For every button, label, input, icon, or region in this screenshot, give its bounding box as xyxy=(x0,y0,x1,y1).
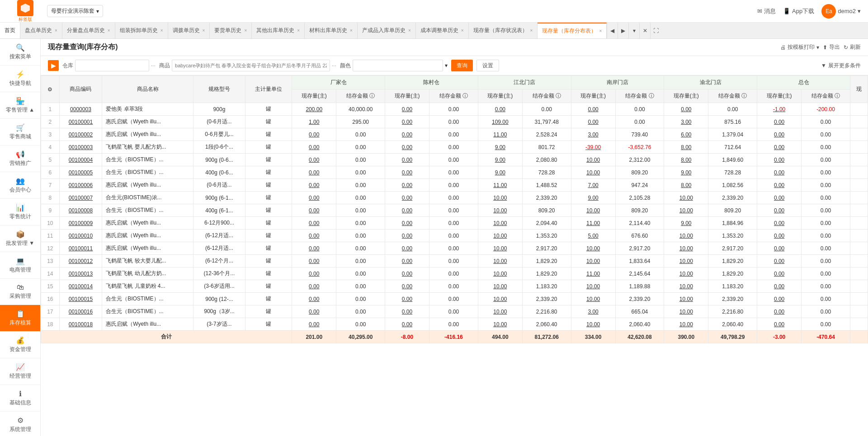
cell-jiangbei-amt: 2,528.24 xyxy=(522,128,571,141)
tab-close-material-out[interactable]: × xyxy=(350,28,353,33)
tab-home[interactable]: 首页 xyxy=(0,23,20,39)
warehouse-input[interactable] xyxy=(75,60,149,71)
tab-fullscreen-btn[interactable]: ⛶ xyxy=(650,23,661,39)
cell-factory-qty: 0.00 xyxy=(292,128,336,141)
sidebar-item-ecommerce[interactable]: 💻 电商管理 xyxy=(0,252,40,279)
warehouse-dots[interactable]: ··· xyxy=(151,62,156,69)
cell-unit: 罐 xyxy=(245,154,292,166)
cell-jiangbei-amt: 1,353.20 xyxy=(522,230,571,242)
refresh-btn[interactable]: ↻ 刷新 xyxy=(844,43,861,51)
th-factory: 厂家仓 xyxy=(292,76,385,89)
cell-total-amt: 0.00 xyxy=(802,255,850,267)
cell-code: 00100007 xyxy=(59,192,102,204)
goods-input[interactable] xyxy=(172,60,330,71)
cell-yubei-amt: 1,082.56 xyxy=(708,179,757,192)
query-btn[interactable]: 查询 xyxy=(451,60,473,71)
cell-chen-amt: 0.00 xyxy=(429,103,478,116)
sidebar-item-search[interactable]: 🔍 搜索英单 xyxy=(0,39,40,66)
tab-close-stock-status[interactable]: × xyxy=(530,28,533,33)
tab-assembly[interactable]: 组装拆卸单历史 × xyxy=(115,23,168,39)
summary-row: 合计 201.00 40,295.00 -8.00 -416.16 494.00… xyxy=(41,331,868,343)
cell-yubei-qty: 10.00 xyxy=(664,318,708,331)
cell-yubei-qty: 10.00 xyxy=(664,305,708,318)
finance-icon: 💰 xyxy=(2,336,38,345)
color-input[interactable] xyxy=(353,60,443,71)
sidebar-item-marketing[interactable]: 📢 营销推广 xyxy=(0,145,40,172)
tab-inventory2[interactable]: 分量盘点单历史 × xyxy=(62,23,115,39)
cell-jiangbei-qty: 11.00 xyxy=(478,179,522,192)
sidebar-item-wholesale[interactable]: 📦 批发管理 ▼ xyxy=(0,225,40,252)
sidebar-item-member[interactable]: 👥 会员中心 xyxy=(0,172,40,199)
tab-purchase[interactable]: 要货单历史 × xyxy=(210,23,252,39)
filter-expand-btn[interactable]: ▶ xyxy=(48,60,59,71)
tab-close-product-in[interactable]: × xyxy=(408,28,411,33)
cell-factory-qty: 0.00 xyxy=(292,305,336,318)
tab-stock-status[interactable]: 现存量（库存状况表） × xyxy=(469,23,538,39)
app-download-btn[interactable]: 📱 App下载 xyxy=(783,7,814,15)
sidebar-item-quick-nav[interactable]: ⚡ 快捷导航 xyxy=(0,66,40,92)
tab-next-btn[interactable]: ▶ xyxy=(618,23,628,39)
cell-code: 00100003 xyxy=(59,141,102,154)
sidebar-item-purchase[interactable]: 🛍 采购管理 xyxy=(0,279,40,305)
th-yubei: 渝北门店 xyxy=(664,76,757,89)
sidebar-item-finance[interactable]: 💰 资金管理 xyxy=(0,332,40,358)
cell-yubei-amt: 2,339.20 xyxy=(708,192,757,204)
tab-more-btn[interactable]: ▾ xyxy=(628,23,639,39)
cell-chen-qty: 0.00 xyxy=(385,280,429,293)
sidebar-item-retail-shop[interactable]: 🛒 零售商城 xyxy=(0,119,40,145)
cell-idx: 2 xyxy=(41,116,60,128)
cell-yubei-amt: 0.00 xyxy=(708,103,757,116)
cell-chen-qty: 0.00 xyxy=(385,154,429,166)
user-area[interactable]: Ea demo2 ▾ xyxy=(821,4,861,19)
tab-cost-adjust[interactable]: 成本调整单历史 × xyxy=(416,23,469,39)
table-container[interactable]: ⚙ 商品编码 商品名称 规格型号 主计量单位 厂家仓 陈村仓 江北门店 南岸门店… xyxy=(41,75,868,436)
company-selector[interactable]: 母婴行业演示陈套 ▾ xyxy=(47,5,103,17)
tab-product-in[interactable]: 产成品入库单历史 × xyxy=(358,23,416,39)
cell-nanan-qty: 10.00 xyxy=(571,154,615,166)
sidebar-item-retail-stats[interactable]: 📊 零售统计 xyxy=(0,199,40,225)
tab-close-inventory[interactable]: × xyxy=(55,28,57,33)
tab-inventory[interactable]: 盘点单历史 × xyxy=(20,23,62,39)
cell-yubei-amt: 2,339.20 xyxy=(708,293,757,305)
th-settings[interactable]: ⚙ xyxy=(41,76,60,103)
sidebar-item-retail-mgmt[interactable]: 🏪 零售管理 ▲ xyxy=(0,92,40,119)
summary-factory-amt: 40,295.00 xyxy=(336,331,385,343)
setting-btn[interactable]: 设置 xyxy=(476,60,499,71)
goods-dots[interactable]: ··· xyxy=(332,62,336,69)
cell-idx: 14 xyxy=(41,267,60,280)
tab-close-stock-dist[interactable]: × xyxy=(599,28,602,33)
cell-total-qty: -1.00 xyxy=(757,103,802,116)
tab-close-inventory2[interactable]: × xyxy=(108,28,110,33)
cell-chen-qty: 0.00 xyxy=(385,267,429,280)
table-row: 1 0000003 爱他美 卓萃3段 900g 罐 200.00 40,000.… xyxy=(41,103,868,116)
cell-code: 00100009 xyxy=(59,217,102,230)
cell-factory-qty: 0.00 xyxy=(292,141,336,154)
tab-prev-btn[interactable]: ◀ xyxy=(607,23,618,39)
tab-close-transfer[interactable]: × xyxy=(203,28,205,33)
tab-transfer[interactable]: 调拨单历史 × xyxy=(168,23,210,39)
export-btn[interactable]: ⬆ 导出 xyxy=(823,43,840,51)
tab-stock-dist[interactable]: 现存量（库存分布表） × xyxy=(538,23,607,39)
expand-more-btn[interactable]: ▼ 展开更多条件 xyxy=(821,62,861,70)
cell-current xyxy=(850,141,868,154)
color-dropdown-icon[interactable]: ▾ xyxy=(445,62,448,69)
print-btn[interactable]: 🖨 按模板打印 ▾ xyxy=(780,43,819,51)
tab-other-out[interactable]: 其他出库单历史 × xyxy=(252,23,305,39)
cell-factory-amt: 0.00 xyxy=(336,128,385,141)
cell-factory-qty: 0.00 xyxy=(292,192,336,204)
data-table: ⚙ 商品编码 商品名称 规格型号 主计量单位 厂家仓 陈村仓 江北门店 南岸门店… xyxy=(41,75,868,343)
tab-close-purchase[interactable]: × xyxy=(244,28,247,33)
sidebar-item-inventory-check[interactable]: 📋 库存核算 xyxy=(0,305,40,332)
tab-close-other-out[interactable]: × xyxy=(297,28,300,33)
tab-close-all-btn[interactable]: ✕ xyxy=(639,23,650,39)
cell-chen-amt: 0.00 xyxy=(429,255,478,267)
th-factory-amt: 结存金额 ⓘ xyxy=(336,89,385,103)
cell-yubei-amt: 1,829.20 xyxy=(708,255,757,267)
message-btn[interactable]: ✉ 消息 xyxy=(757,7,776,15)
tab-material-out[interactable]: 材料出库单历史 × xyxy=(305,23,358,39)
tab-close-assembly[interactable]: × xyxy=(160,28,163,33)
tab-close-cost-adjust[interactable]: × xyxy=(461,28,464,33)
sidebar-item-operations[interactable]: 📈 经营管理 xyxy=(0,358,40,385)
sidebar-item-system[interactable]: ⚙ 系统管理 xyxy=(0,412,40,436)
sidebar-item-basic-info[interactable]: ℹ 基础信息 xyxy=(0,385,40,412)
